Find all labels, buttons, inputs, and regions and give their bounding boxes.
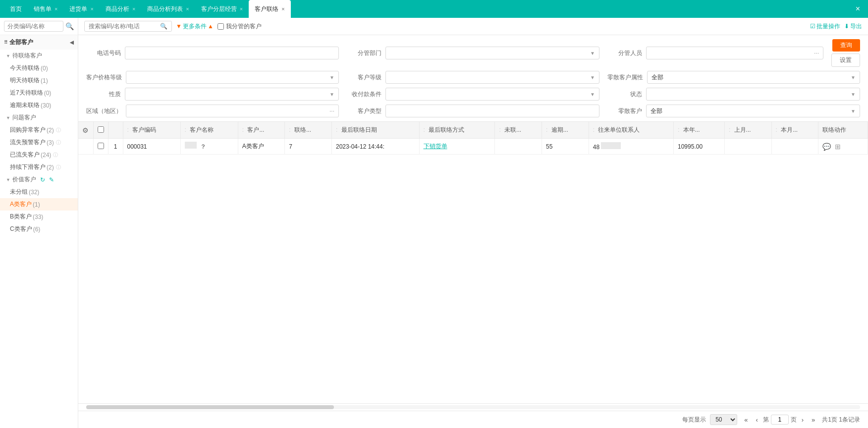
nav-purchase[interactable]: 进货单 × <box>63 0 99 18</box>
page-nav: « ‹ 第 页 › » <box>741 415 818 425</box>
row-actions: 💬 ⊞ <box>818 139 868 155</box>
value-group-label: 价值客户 <box>12 175 36 184</box>
sidebar-item-7days[interactable]: 近7天待联络 (0) <box>0 87 78 99</box>
visit-contact-avatar <box>601 142 621 149</box>
dept-dropdown[interactable]: ▼ <box>385 47 599 59</box>
price-grade-dropdown[interactable]: ▼ <box>126 71 339 84</box>
sidebar-item-b-class[interactable]: B类客户 (33) <box>0 211 78 223</box>
sidebar-item-tomorrow[interactable]: 明天待联络 (1) <box>0 74 78 87</box>
batch-op-label: 批量操作 <box>816 22 840 31</box>
sidebar-item-today[interactable]: 今天待联络 (0) <box>0 62 78 74</box>
close-customer-segment-tab[interactable]: × <box>240 6 243 12</box>
retail-attr-label: 零散客户属性 <box>607 73 643 82</box>
name-avatar <box>185 142 197 149</box>
prev-page-btn[interactable]: ‹ <box>753 415 760 425</box>
sidebar-item-churn-warn[interactable]: 流失预警客户 (3) ⓘ <box>0 136 78 149</box>
main-layout: 🔍 ⠿ 全部客户 ◀ ▼ 待联络客户 今天待联络 (0) 明天待联络 (1) 近… <box>0 18 868 428</box>
batch-op-btn[interactable]: ☑ 批量操作 <box>810 22 840 31</box>
value-customer-group[interactable]: ▼ 价值客户 ↻ ✎ <box>0 173 78 186</box>
close-all-button[interactable]: × <box>852 4 864 13</box>
sidebar-item-ungroup[interactable]: 未分组 (32) <box>0 186 78 198</box>
close-customer-contact-tab[interactable]: × <box>281 6 284 12</box>
row-this-month <box>771 139 818 155</box>
content-area: 🔍 ▼ 更多条件 ▲ 我分管的客户 ☑ 批量操作 ⬇ 导出 <box>78 18 868 428</box>
sidebar-search-input[interactable] <box>4 21 63 32</box>
nature-arrow: ▼ <box>329 92 334 97</box>
my-customer-checkbox[interactable] <box>217 23 224 30</box>
retail-attr-dropdown[interactable]: 全部 ▼ <box>647 71 860 84</box>
value-arrow: ▼ <box>6 177 10 182</box>
phone-input[interactable] <box>125 47 339 59</box>
payment-dropdown[interactable]: ▼ <box>385 88 599 101</box>
drag-icon: ⠿ <box>4 40 7 45</box>
sidebar-item-a-class[interactable]: A类客户 (1) <box>0 198 78 211</box>
col-last-month: : 上月... <box>724 122 771 139</box>
col-check <box>93 122 108 139</box>
gear-icon[interactable]: ⚙ <box>82 126 89 134</box>
nature-dropdown[interactable]: ▼ <box>125 88 339 101</box>
search-input[interactable] <box>89 23 158 30</box>
grid-action-icon[interactable]: ⊞ <box>835 143 841 151</box>
settings-button[interactable]: 设置 <box>831 54 860 67</box>
sidebar-search-icon[interactable]: 🔍 <box>65 22 74 30</box>
region-input[interactable]: ··· <box>126 105 339 117</box>
row-this-year: 10995.00 <box>674 139 725 155</box>
next-page-btn[interactable]: › <box>799 415 807 425</box>
nav-customer-contact[interactable]: 客户联络 × <box>249 0 290 18</box>
nav-product-analysis[interactable]: 商品分析 × <box>100 0 141 18</box>
query-button[interactable]: 查询 <box>832 39 860 52</box>
sidebar-item-c-class[interactable]: C类客户 (6) <box>0 223 78 235</box>
nav-sales[interactable]: 销售单 × <box>28 0 63 18</box>
col-this-month: : 本月... <box>771 122 818 139</box>
filter-icon: ▼ <box>176 23 182 30</box>
customer-grade-label: 客户等级 <box>347 73 381 82</box>
customer-type-input[interactable] <box>385 105 599 117</box>
row-last-month <box>724 139 771 155</box>
close-product-analysis-tab[interactable]: × <box>132 6 135 12</box>
customer-grade-dropdown[interactable]: ▼ <box>385 71 599 84</box>
last-way-link[interactable]: 下销货单 <box>424 143 447 150</box>
nav-home[interactable]: 首页 <box>4 0 28 18</box>
last-page-btn[interactable]: » <box>809 415 818 425</box>
my-customer-label: 我分管的客户 <box>226 22 262 31</box>
chat-action-icon[interactable]: 💬 <box>822 143 831 151</box>
row-checkbox[interactable] <box>98 143 104 149</box>
pending-contact-group[interactable]: ▼ 待联络客户 <box>0 50 78 62</box>
col-gear[interactable]: ⚙ <box>78 122 93 139</box>
first-page-btn[interactable]: « <box>741 415 751 425</box>
filter-row-4-1: 区域（地区） ··· <box>86 105 339 117</box>
row-type: A类客户 <box>238 139 285 155</box>
my-customer-checkbox-container[interactable]: 我分管的客户 <box>217 22 262 31</box>
sidebar-item-declining[interactable]: 持续下滑客户 (2) ⓘ <box>0 161 78 173</box>
close-product-list-tab[interactable]: × <box>186 6 189 12</box>
nav-product-list[interactable]: 商品分析列表 × <box>141 0 195 18</box>
page-number-input[interactable] <box>771 415 789 425</box>
more-filter-btn[interactable]: ▼ 更多条件 ▲ <box>176 22 214 31</box>
problem-group-label: 问题客户 <box>12 113 36 122</box>
sidebar-item-overdue[interactable]: 逾期未联络 (30) <box>0 99 78 111</box>
retail-dropdown[interactable]: 全部 ▼ <box>646 105 860 117</box>
page-size-select[interactable]: 50 100 200 <box>710 414 737 425</box>
select-all-checkbox[interactable] <box>98 126 104 133</box>
scroll-track <box>86 405 860 409</box>
row-gear <box>78 139 93 155</box>
status-dropdown[interactable]: ▼ <box>646 88 860 101</box>
value-group-refresh[interactable]: ↻ <box>40 176 45 183</box>
close-sales-tab[interactable]: × <box>54 6 57 12</box>
export-btn[interactable]: ⬇ 导出 <box>844 22 862 31</box>
problem-customer-group[interactable]: ▼ 问题客户 <box>0 111 78 124</box>
col-action: 联络动作 <box>818 122 868 139</box>
more-filter-label: 更多条件 <box>183 22 207 31</box>
manager-input[interactable]: ··· <box>646 47 823 59</box>
page-end-label: 页 <box>791 416 797 424</box>
dept-label: 分管部门 <box>347 49 381 57</box>
all-customers-header[interactable]: ⠿ 全部客户 ◀ <box>0 35 78 50</box>
nav-customer-segment[interactable]: 客户分层经营 × <box>195 0 249 18</box>
search-icon[interactable]: 🔍 <box>160 23 167 30</box>
filter-row-1-1: 电话号码 <box>86 39 339 67</box>
sidebar-item-churned[interactable]: 已流失客户 (24) ⓘ <box>0 149 78 161</box>
close-purchase-tab[interactable]: × <box>90 6 93 12</box>
scroll-thumb[interactable] <box>86 405 334 409</box>
sidebar-item-repurchase[interactable]: 回购异常客户 (2) ⓘ <box>0 124 78 136</box>
value-group-edit[interactable]: ✎ <box>49 176 54 183</box>
